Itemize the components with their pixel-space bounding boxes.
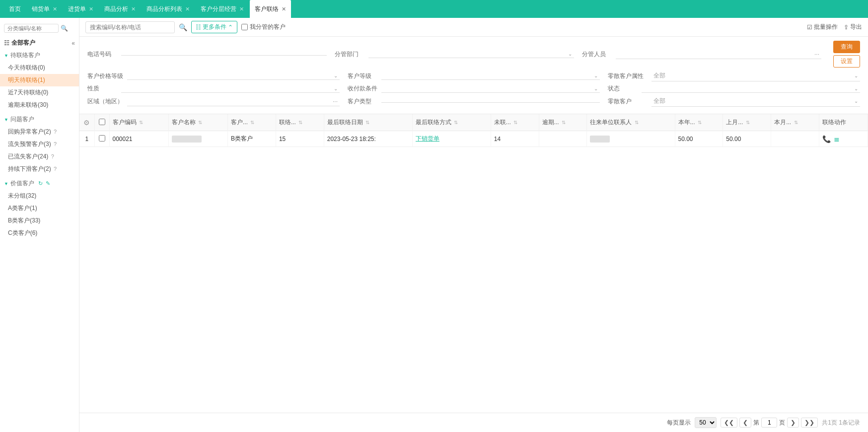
sort-icon-name[interactable]: ⇅ — [198, 120, 202, 125]
nature-input[interactable]: ⌄ — [121, 85, 340, 93]
table-settings-gear[interactable]: ⚙ — [83, 119, 90, 127]
total-records: 共1页 1条记录 — [822, 419, 860, 427]
all-customers-header[interactable]: ☷ 全部客户 « — [0, 37, 79, 49]
customer-level-input[interactable]: ⌄ — [381, 72, 600, 80]
nav-goods-analysis-list-label: 商品分析列表 — [146, 5, 182, 13]
my-customers-checkbox[interactable] — [241, 24, 248, 30]
sidebar-item-ungrouped[interactable]: 未分组(32) — [0, 190, 79, 202]
row-last-method[interactable]: 下销货单 — [416, 135, 439, 142]
sidebar-item-repurchase-abnormal[interactable]: 回购异常客户(2) ? — [0, 126, 79, 138]
nav-home[interactable]: 首页 — [4, 0, 26, 18]
sort-icon-last-method[interactable]: ⇅ — [454, 120, 458, 125]
retail-attr-input[interactable]: 全部 ⌄ — [651, 71, 860, 81]
ungrouped-label: 未分组(32) — [8, 192, 36, 199]
last-page-btn[interactable]: ❯❯ — [801, 418, 818, 428]
prev-page-btn[interactable]: ❮ — [739, 418, 751, 428]
collapse-icon[interactable]: « — [72, 40, 75, 47]
filter-search-btn[interactable]: 🔍 — [179, 23, 187, 31]
pending-contact-group-title[interactable]: ▼ 待联络客户 — [0, 49, 79, 62]
select-all-checkbox[interactable] — [99, 119, 105, 125]
nav-goods-analysis-close[interactable]: ✕ — [131, 6, 136, 12]
action-more-icon[interactable]: ≣ — [834, 135, 840, 143]
nav-customer-layer-close[interactable]: ✕ — [239, 6, 244, 12]
filter-row-1: 电话号码 分管部门 ⌄ 分管人员 ··· — [87, 41, 860, 68]
page-input[interactable] — [761, 418, 777, 428]
next-page-btn[interactable]: ❯ — [787, 418, 799, 428]
class-b-label: B类客户(33) — [8, 217, 40, 224]
refresh-icon[interactable]: ↻ — [38, 180, 43, 187]
sort-icon-uncontacted[interactable]: ⇅ — [513, 120, 517, 125]
sidebar-item-today-pending[interactable]: 今天待联络(0) — [0, 62, 79, 74]
filter-region: 区域（地区） ··· — [87, 97, 340, 106]
nav-customer-layer[interactable]: 客户分层经营 ✕ — [196, 0, 249, 18]
retail-customer-input[interactable]: 全部 ⌄ — [651, 96, 860, 107]
sort-icon-this-month[interactable]: ⇅ — [794, 120, 798, 125]
sort-icon-overdue[interactable]: ⇅ — [562, 120, 566, 125]
phone-input[interactable] — [121, 53, 327, 56]
sidebar-item-declining[interactable]: 持续下滑客户(2) ? — [0, 163, 79, 175]
sort-icon-person[interactable]: ⇅ — [635, 120, 639, 125]
customer-type-input[interactable] — [381, 100, 600, 103]
nav-goods-analysis-list-close[interactable]: ✕ — [185, 6, 190, 12]
nav-goods-analysis[interactable]: 商品分析 ✕ — [99, 0, 141, 18]
person-input[interactable]: ··· — [616, 50, 821, 59]
nav-customer-contact[interactable]: 客户联络 ✕ — [250, 0, 291, 18]
sidebar-search-icon[interactable]: 🔍 — [61, 25, 68, 32]
problem-customers-group-title[interactable]: ▼ 问题客户 — [0, 113, 79, 126]
nav-purchase-close[interactable]: ✕ — [89, 6, 93, 12]
sort-icon-type[interactable]: ⇅ — [250, 120, 254, 125]
filter-retail-customer: 零散客户 全部 ⌄ — [608, 96, 860, 107]
sort-icon-code[interactable]: ⇅ — [139, 120, 143, 125]
td-last-date: 2023-05-23 18:25: — [324, 131, 412, 147]
sidebar-item-churn-warning[interactable]: 流失预警客户(3) ? — [0, 138, 79, 150]
sidebar-item-class-a[interactable]: A类客户(1) — [0, 202, 79, 215]
chevron-up-icon: ⌃ — [228, 24, 233, 31]
nav-goods-analysis-list[interactable]: 商品分析列表 ✕ — [142, 0, 195, 18]
sidebar-search-input[interactable] — [4, 24, 59, 33]
sidebar-item-overdue[interactable]: 逾期未联络(30) — [0, 99, 79, 111]
nav-purchase[interactable]: 进货单 ✕ — [63, 0, 98, 18]
triangle-icon-2: ▼ — [4, 117, 8, 122]
row-uncontacted: 14 — [494, 136, 501, 143]
value-customers-group: ▼ 价值客户 ↻ ✎ 未分组(32) A类客户(1) B类客户(33) C类客户… — [0, 177, 79, 239]
page-size-select[interactable]: 50 — [695, 417, 717, 428]
sidebar-item-tomorrow-pending[interactable]: 明天待联络(1) — [0, 74, 79, 86]
sidebar-item-class-c[interactable]: C类客户(6) — [0, 227, 79, 239]
settings-btn[interactable]: 设置 — [833, 55, 860, 68]
sort-icon-last-month[interactable]: ⇅ — [746, 120, 750, 125]
nav-sales-label: 销货单 — [32, 5, 50, 13]
th-customer-type-label: 客户... — [231, 119, 248, 126]
right-actions: ☑ 批量操作 ⇪ 导出 — [807, 23, 862, 31]
export-btn[interactable]: ⇪ 导出 — [844, 23, 862, 31]
nav-sales-close[interactable]: ✕ — [53, 6, 57, 12]
sort-icon-contact[interactable]: ⇅ — [298, 120, 302, 125]
nav-sales[interactable]: 销货单 ✕ — [27, 0, 62, 18]
sidebar-item-class-b[interactable]: B类客户(33) — [0, 215, 79, 227]
payment-input[interactable]: ⌄ — [381, 85, 600, 93]
sidebar-item-churned[interactable]: 已流失客户(24) ? — [0, 150, 79, 163]
dept-input[interactable]: ⌄ — [368, 50, 574, 58]
action-contact-icon[interactable]: 📞 — [822, 135, 831, 143]
value-customers-group-title[interactable]: ▼ 价值客户 ↻ ✎ — [0, 177, 79, 190]
sidebar-item-week-pending[interactable]: 近7天待联络(0) — [0, 86, 79, 99]
customer-value-caret: ⌄ — [334, 73, 338, 78]
status-input[interactable]: ⌄ — [642, 85, 860, 93]
sort-icon-this-year[interactable]: ⇅ — [698, 120, 702, 125]
row-checkbox[interactable] — [99, 135, 105, 142]
edit-icon[interactable]: ✎ — [46, 180, 50, 187]
problem-customers-group: ▼ 问题客户 回购异常客户(2) ? 流失预警客户(3) ? 已流失客户(24)… — [0, 113, 79, 175]
more-filters-btn[interactable]: ☷ 更多条件 ⌃ — [191, 21, 237, 33]
bulk-action-btn[interactable]: ☑ 批量操作 — [807, 23, 838, 31]
help-icon-4: ? — [54, 166, 57, 172]
th-name: 客户名称 ⇅ — [168, 114, 227, 131]
query-btn[interactable]: 查询 — [833, 41, 860, 53]
nav-customer-contact-close[interactable]: ✕ — [282, 6, 286, 12]
filter-row-2: 客户价格等级 ⌄ 客户等级 ⌄ 零散客户属性 全部 — [87, 71, 860, 81]
region-input[interactable]: ··· — [127, 97, 340, 106]
filter-search-input[interactable] — [85, 21, 175, 33]
th-contact-count: 联络... ⇅ — [276, 114, 324, 131]
sort-icon-last-date[interactable]: ⇅ — [365, 120, 369, 125]
my-customers-checkbox-area[interactable]: 我分管的客户 — [241, 23, 286, 31]
customer-value-input[interactable]: ⌄ — [127, 72, 340, 80]
first-page-btn[interactable]: ❮❮ — [721, 418, 737, 428]
